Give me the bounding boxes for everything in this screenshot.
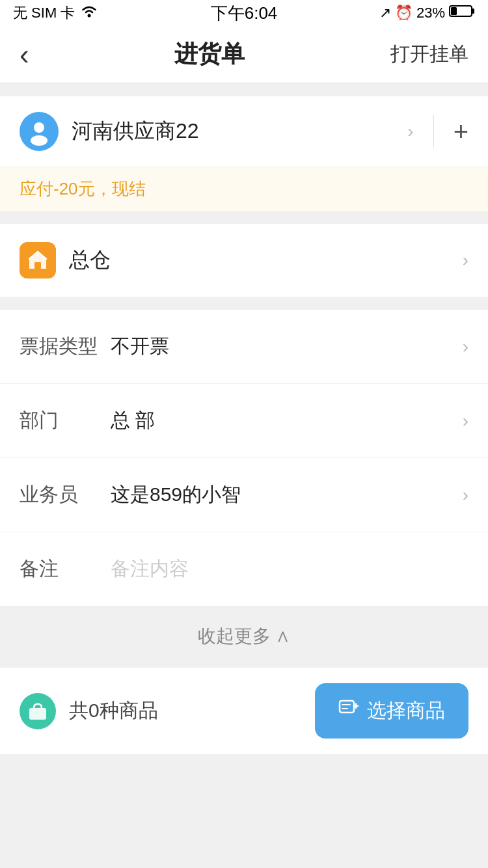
svg-rect-7 — [34, 262, 41, 269]
product-icon — [20, 693, 56, 729]
invoice-type-row[interactable]: 票据类型 不开票 › — [0, 310, 488, 383]
location-icon: ↗ — [379, 5, 391, 21]
department-chevron-icon: › — [463, 411, 468, 431]
page-rest — [0, 754, 488, 868]
status-right: ↗ ⏰ 23% — [379, 4, 475, 22]
bottom-bar: 共0种商品 选择商品 — [0, 667, 488, 754]
open-pending-button[interactable]: 打开挂单 — [390, 41, 468, 68]
invoice-type-value: 不开票 — [111, 333, 463, 360]
alarm-icon: ⏰ — [395, 5, 413, 21]
supplier-avatar — [20, 112, 59, 151]
form-section: 票据类型 不开票 › 部门 总 部 › 业务员 这是859的小智 › 备注 备注… — [0, 310, 488, 606]
salesperson-chevron-icon: › — [463, 485, 468, 506]
collapse-button[interactable]: 收起更多 ∧ — [198, 624, 291, 649]
remark-input[interactable]: 备注内容 — [111, 556, 468, 582]
remark-label: 备注 — [20, 556, 111, 582]
svg-rect-9 — [340, 701, 354, 712]
warehouse-name: 总仓 — [69, 246, 463, 275]
department-row[interactable]: 部门 总 部 › — [0, 383, 488, 457]
wifi-icon — [80, 4, 98, 22]
nav-bar: ‹ 进货单 打开挂单 — [0, 26, 488, 83]
supplier-actions: › + — [407, 115, 468, 148]
svg-point-0 — [88, 14, 91, 18]
page-title: 进货单 — [174, 38, 245, 70]
notice-row: 应付-20元，现结 — [0, 167, 488, 211]
select-product-button[interactable]: 选择商品 — [315, 683, 468, 739]
svg-rect-8 — [29, 708, 46, 720]
salesperson-row[interactable]: 业务员 这是859的小智 › — [0, 457, 488, 532]
battery-text: 23% — [416, 5, 445, 21]
warehouse-chevron-icon: › — [463, 250, 468, 271]
gap-1 — [0, 83, 488, 96]
svg-point-5 — [34, 122, 44, 133]
warehouse-row[interactable]: 总仓 › — [0, 224, 488, 297]
svg-point-6 — [31, 135, 47, 146]
carrier-label: 无 SIM 卡 — [13, 3, 75, 23]
collapse-row[interactable]: 收起更多 ∧ — [0, 606, 488, 667]
supplier-section: 河南供应商22 › + 应付-20元，现结 — [0, 96, 488, 211]
notice-text: 应付-20元，现结 — [20, 179, 146, 198]
department-value: 总 部 — [111, 407, 463, 434]
warehouse-icon — [20, 242, 56, 278]
add-supplier-button[interactable]: + — [454, 117, 468, 146]
department-label: 部门 — [20, 407, 111, 434]
status-bar: 无 SIM 卡 下午6:04 ↗ ⏰ 23% — [0, 0, 488, 26]
svg-rect-2 — [472, 8, 474, 14]
status-time: 下午6:04 — [211, 2, 278, 25]
battery-icon — [449, 4, 475, 22]
remark-row[interactable]: 备注 备注内容 — [0, 532, 488, 606]
back-button[interactable]: ‹ — [20, 38, 29, 71]
product-count-label: 共0种商品 — [69, 698, 315, 724]
salesperson-label: 业务员 — [20, 481, 111, 508]
divider — [433, 115, 434, 148]
salesperson-value: 这是859的小智 — [111, 481, 463, 508]
invoice-type-chevron-icon: › — [463, 336, 468, 357]
invoice-type-label: 票据类型 — [20, 333, 111, 360]
gap-3 — [0, 297, 488, 310]
supplier-name: 河南供应商22 — [72, 117, 407, 146]
select-product-label: 选择商品 — [367, 698, 445, 724]
status-left: 无 SIM 卡 — [13, 3, 98, 23]
supplier-chevron-icon: › — [407, 121, 413, 142]
svg-rect-3 — [451, 7, 457, 15]
select-product-icon — [338, 699, 359, 722]
gap-2 — [0, 211, 488, 224]
supplier-row[interactable]: 河南供应商22 › + — [0, 96, 488, 167]
